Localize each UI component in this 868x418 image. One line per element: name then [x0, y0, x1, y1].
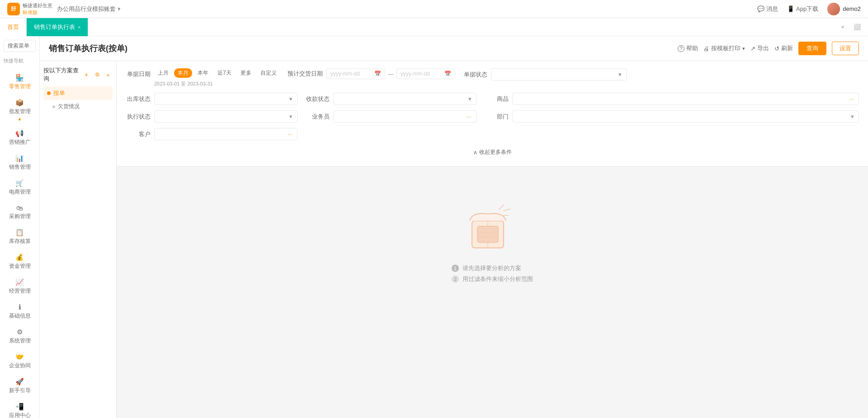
user-area[interactable]: demo2 [827, 3, 861, 15]
date-tags-group: 上月 本月 本年 近7天 更多 自定义 [154, 68, 280, 78]
operations-icon: 📈 [15, 278, 24, 286]
filter-status-block: 单据状态 ▾ [462, 68, 859, 81]
sidebar-item-finance[interactable]: 💰 资金管理 [2, 250, 38, 274]
sidebar-item-ecommerce[interactable]: 🛒 电商管理 [2, 176, 38, 200]
expected-date-start-input[interactable]: yyyy-mm-dd 📅 [326, 68, 385, 79]
sidebar-item-enterprise[interactable]: 🤝 企业协同 [2, 349, 38, 373]
mobile-icon: 📱 [787, 5, 794, 12]
salesperson-label: 业务员 [305, 113, 330, 121]
filter-date-block: 单据日期 上月 本月 本年 近7天 更多 自定义 20 [126, 68, 280, 87]
user-name: demo2 [843, 5, 861, 12]
breadcrumb-chevron-icon[interactable]: ▾ [118, 5, 121, 12]
content-area: 销售订单执行表(按单) ? 帮助 🖨 按模板打印 ▾ ↗ 导出 ↺ 刷新 [40, 36, 868, 418]
outbound-label: 出库状态 [126, 95, 151, 103]
avatar [827, 3, 840, 15]
sidebar-item-appstore[interactable]: 📲 应用中心 [2, 399, 38, 418]
filter-item-byorder[interactable]: 按单 [43, 86, 113, 100]
outbound-select[interactable]: ▾ [154, 93, 297, 105]
sidebar-item-retail[interactable]: 🏪 零售管理 [2, 70, 38, 94]
tab-bar-actions: × ⬜ [832, 22, 868, 33]
customer-input[interactable]: ··· [154, 128, 297, 140]
filter-row-3: 执行状态 ▾ 业务员 ··· [126, 110, 859, 123]
collapse-filter-button[interactable]: « [104, 70, 113, 79]
sidebar-item-operations[interactable]: 📈 经营管理 [2, 275, 38, 299]
sidebar-item-system[interactable]: ⚙ 系统管理 [2, 324, 38, 348]
dept-label: 部门 [484, 113, 509, 121]
tab-home[interactable]: 首页 [0, 18, 27, 36]
tab-bar: 首页 销售订单执行表 × × ⬜ [0, 18, 868, 36]
sidebar-item-marketing[interactable]: 📢 营销推广 [2, 126, 38, 150]
enterprise-icon: 🤝 [15, 353, 24, 361]
date-label: 单据日期 [126, 68, 151, 78]
filter-sidebar-title: 按以下方案查询 [43, 66, 82, 83]
payment-select[interactable]: ▾ [333, 93, 476, 105]
date-tag-current-year[interactable]: 本年 [194, 68, 212, 78]
status-select[interactable]: ▾ [491, 68, 627, 81]
goods-more-icon: ··· [849, 95, 854, 102]
newbie-icon: 🚀 [15, 378, 24, 386]
sidebar: 搜索菜单 快捷导航 🏪 零售管理 📦 批发管理 ▲ 📢 营销推广 📊 销售管理 … [0, 36, 40, 418]
refresh-button[interactable]: ↺ 刷新 [774, 44, 793, 52]
status-chevron-icon: ▾ [618, 71, 622, 78]
exec-select[interactable]: ▾ [154, 110, 297, 123]
tab-close-icon[interactable]: × [78, 24, 80, 30]
filter-row-2: 出库状态 ▾ 收款状态 ▾ [126, 93, 859, 105]
settings-filter-button[interactable]: ⚙ [93, 70, 102, 79]
dept-select[interactable]: ▾ [512, 110, 859, 123]
page-actions: ? 帮助 🖨 按模板打印 ▾ ↗ 导出 ↺ 刷新 查询 设置 [678, 42, 859, 55]
calendar-end-icon: 📅 [444, 71, 451, 77]
help-icon: ? [678, 45, 684, 52]
sidebar-item-newbie[interactable]: 🚀 新手引导 [2, 374, 38, 398]
settings-button[interactable]: 设置 [832, 42, 859, 55]
filter-outbound-block: 出库状态 ▾ [126, 93, 297, 105]
goods-label: 商品 [484, 95, 509, 103]
maximize-window-button[interactable]: ⬜ [852, 22, 863, 33]
date-tag-last-month[interactable]: 上月 [154, 68, 172, 78]
filter-goods-block: 商品 ··· [484, 93, 859, 105]
top-bar-right: 💬 消息 📱 App下载 demo2 [757, 3, 861, 15]
outbound-chevron-icon: ▾ [289, 95, 292, 102]
sales-icon: 📊 [15, 154, 24, 162]
exec-chevron-icon: ▾ [289, 113, 292, 120]
sidebar-item-purchase[interactable]: 🛍 采购管理 [2, 200, 38, 224]
filter-row-1: 单据日期 上月 本月 本年 近7天 更多 自定义 20 [126, 68, 859, 87]
app-download-button[interactable]: 📱 App下载 [787, 5, 818, 13]
sidebar-item-inventory[interactable]: 📋 库存核算 [2, 225, 38, 249]
filter-sidebar-header: 按以下方案查询 + ⚙ « [43, 66, 113, 83]
filter-exec-block: 执行状态 ▾ [126, 110, 297, 123]
page-header: 销售订单执行表(按单) ? 帮助 🖨 按模板打印 ▾ ↗ 导出 ↺ 刷新 [40, 36, 868, 61]
sidebar-item-wholesale[interactable]: 📦 批发管理 ▲ [2, 95, 38, 125]
export-button[interactable]: ↗ 导出 [750, 44, 769, 52]
filter-item-arrears[interactable]: 欠货情况 [43, 100, 113, 113]
date-tag-more[interactable]: 更多 [237, 68, 255, 78]
close-window-button[interactable]: × [837, 22, 848, 33]
date-tag-custom[interactable]: 自定义 [257, 68, 280, 78]
search-menu-button[interactable]: 搜索菜单 [4, 40, 36, 52]
print-button[interactable]: 🖨 按模板打印 ▾ [703, 44, 745, 52]
sidebar-item-sales[interactable]: 📊 销售管理 [2, 151, 38, 175]
salesperson-input[interactable]: ··· [333, 110, 476, 123]
quick-nav-label: 快捷导航 [0, 56, 39, 66]
expected-date-end-input[interactable]: yyyy-mm-dd 📅 [396, 68, 455, 79]
salesperson-more-icon: ··· [467, 113, 472, 120]
collapse-bar[interactable]: ∧ 收起更多条件 [126, 146, 859, 159]
collapse-label: 收起更多条件 [479, 148, 512, 156]
query-button[interactable]: 查询 [798, 42, 826, 55]
sidebar-item-basic[interactable]: ℹ 基础信息 [2, 299, 38, 323]
tab-sales-exec[interactable]: 销售订单执行表 × [27, 18, 88, 36]
maximize-icon: ⬜ [854, 24, 861, 30]
exec-label: 执行状态 [126, 113, 151, 121]
logo-area: 好 畅捷通好生意 标准版 [7, 2, 52, 15]
add-filter-button[interactable]: + [82, 70, 91, 79]
arrears-dot-icon [52, 105, 55, 108]
help-button[interactable]: ? 帮助 [678, 44, 698, 52]
date-tag-last-7days[interactable]: 近7天 [214, 68, 235, 78]
svg-rect-5 [477, 226, 498, 242]
inventory-icon: 📋 [15, 228, 24, 237]
date-tag-current-month[interactable]: 本月 [174, 68, 192, 78]
filter-expected-date-block: 预计交货日期 yyyy-mm-dd 📅 — yyyy-mm-dd 📅 [288, 68, 455, 79]
goods-input[interactable]: ··· [512, 93, 859, 105]
message-button[interactable]: 💬 消息 [757, 5, 778, 13]
purchase-icon: 🛍 [16, 204, 23, 212]
filter-dept-block: 部门 ▾ [484, 110, 859, 123]
